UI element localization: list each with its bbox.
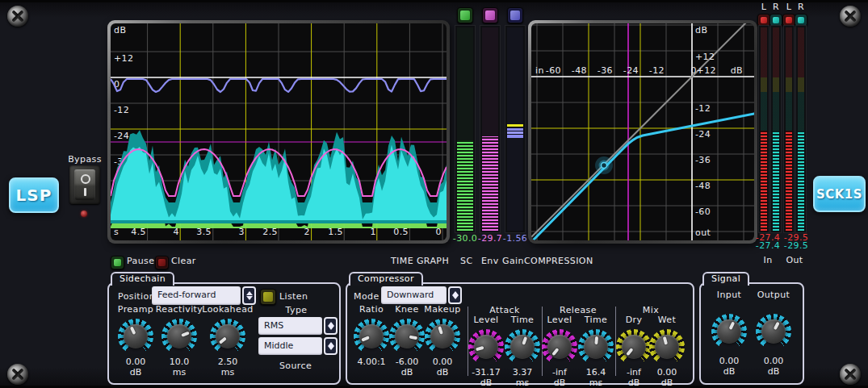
source-combo-spinner[interactable]: [324, 337, 338, 355]
cg-in-label: in: [535, 66, 544, 76]
attack-level-value: -31.17: [472, 367, 500, 378]
input-unit: dB: [723, 366, 736, 377]
input-knob-group: Input 0.00 dB: [711, 290, 747, 377]
sidechain-title: Sidechain: [120, 273, 166, 284]
input-knob[interactable]: [711, 314, 747, 349]
preamp-knob[interactable]: [118, 319, 153, 354]
pause-button[interactable]: [111, 256, 124, 269]
reactivity-label: Reactivity: [156, 304, 203, 315]
cg-xtick: -48: [572, 66, 587, 76]
meter-fill: [773, 131, 779, 231]
knob-pointer: [464, 325, 508, 369]
mode-combo-value[interactable]: Downward: [381, 286, 447, 304]
mode-combo-spinner[interactable]: [448, 286, 462, 304]
pause-label: Pause: [127, 257, 154, 266]
cg-ytick: -24: [695, 130, 711, 140]
lookahead-unit: ms: [221, 367, 234, 378]
ratio-knob-group: Ratio 4.00:1: [354, 304, 389, 367]
time-graph-caption: TIME GRAPH: [391, 257, 449, 266]
reactivity-knob[interactable]: [161, 319, 197, 354]
attack-level-knob[interactable]: [468, 329, 504, 365]
clear-label: Clear: [171, 257, 196, 266]
preamp-label: Preamp: [118, 304, 153, 315]
screw-icon: [7, 6, 28, 27]
sc-meter-fill: [457, 140, 473, 231]
release-time-label: Time: [585, 315, 608, 325]
listen-button[interactable]: [260, 289, 276, 305]
sc-meter: [455, 25, 476, 233]
input-label: Input: [717, 290, 741, 300]
ratio-knob[interactable]: [354, 319, 389, 354]
gain-caption: Gain: [502, 257, 524, 266]
attack-time-label: Time: [511, 315, 535, 325]
type-combo[interactable]: RMS: [258, 317, 338, 335]
position-label: Position: [118, 292, 155, 302]
makeup-knob[interactable]: [425, 319, 460, 354]
type-combo-spinner[interactable]: [324, 317, 338, 335]
makeup-value: 0.00: [433, 357, 453, 367]
source-combo-value[interactable]: Middle: [258, 337, 322, 355]
lsp-logo-button[interactable]: LSP: [9, 177, 59, 213]
compression-curve: [533, 114, 754, 240]
cg-x-unit: dB: [731, 66, 743, 76]
knob-pointer: [112, 313, 159, 360]
compressor-tab: Compressor: [349, 272, 423, 286]
source-label: Source: [279, 361, 312, 371]
makeup-knob-group: Makeup 0.00 dB: [425, 304, 460, 378]
attack-time-knob[interactable]: [505, 329, 540, 365]
dry-unit: dB: [628, 378, 640, 388]
position-combo-spinner[interactable]: [242, 286, 256, 305]
dry-knob-group: Dry -inf dB: [616, 315, 652, 388]
wet-value: 0.00: [657, 367, 677, 378]
screw-icon: [7, 364, 28, 385]
signal-title: Signal: [711, 273, 740, 284]
wet-knob[interactable]: [649, 329, 685, 365]
knob-pointer: [203, 311, 253, 361]
sidechain-tab: Sidechain: [111, 272, 174, 286]
cg-xtick: -12: [649, 66, 665, 76]
gain-meter-value: -1.56: [503, 234, 527, 244]
out-r-value: -29.5: [784, 241, 808, 251]
sc-meter-toggle[interactable]: [457, 7, 473, 23]
env-meter-fill: [482, 136, 498, 231]
time-graph-frame: dB +12 0 -12 -24 -36 -48 -60 s 4.5 4 3.5…: [107, 20, 450, 244]
env-meter: [480, 25, 501, 233]
release-time-knob[interactable]: [578, 329, 614, 365]
attack-level-label: Level: [473, 315, 498, 325]
wet-unit: dB: [661, 378, 673, 388]
time-graph-waveforms: [111, 23, 447, 240]
clear-button[interactable]: [155, 256, 169, 269]
bypass-rocker[interactable]: [74, 169, 95, 200]
gain-meter: [505, 25, 526, 233]
gain-meter-toggle[interactable]: [507, 7, 523, 23]
output-knob[interactable]: [756, 314, 791, 349]
source-combo[interactable]: Middle: [258, 337, 338, 355]
mode-combo[interactable]: Downward: [381, 286, 462, 304]
curve-handle[interactable]: [602, 163, 607, 169]
output-unit: dB: [768, 366, 780, 377]
attack-level-unit: dB: [480, 378, 493, 388]
env-caption: Env: [481, 257, 499, 266]
wet-knob-group: Wet 0.00 dB: [649, 315, 685, 388]
knee-value: -6.00: [396, 357, 418, 367]
knee-knob[interactable]: [389, 319, 425, 354]
knob-pointer: [645, 325, 689, 369]
bypass-label: Bypass: [68, 155, 102, 165]
listen-label: Listen: [279, 292, 308, 302]
wet-label: Wet: [658, 315, 677, 325]
bypass-switch[interactable]: [69, 165, 100, 204]
position-combo-value[interactable]: Feed-forward: [152, 286, 241, 305]
position-combo[interactable]: Feed-forward: [152, 286, 256, 305]
release-time-knob-group: Time 16.4 ms: [578, 315, 614, 388]
signal-tab: Signal: [702, 272, 749, 286]
type-combo-value[interactable]: RMS: [258, 317, 322, 335]
cg-xtick: -24: [623, 66, 639, 76]
lookahead-knob[interactable]: [210, 319, 245, 354]
screw-icon: [840, 364, 861, 385]
out-l-label: L: [786, 2, 792, 12]
release-level-knob[interactable]: [542, 329, 577, 365]
in-l-label: L: [761, 2, 767, 12]
env-meter-toggle[interactable]: [482, 7, 498, 23]
lookahead-knob-group: Lookahead 2.50 ms: [210, 304, 245, 378]
meter-fill: [786, 131, 792, 231]
